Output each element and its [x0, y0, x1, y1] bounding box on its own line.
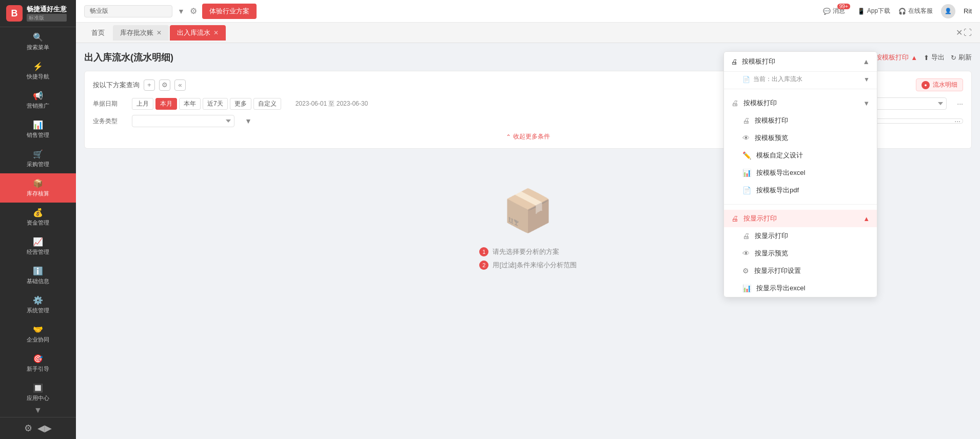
dropdown-item-display-export-excel[interactable]: 📊 按显示导出excel — [724, 280, 877, 297]
message-badge: 99+ — [837, 4, 850, 9]
empty-illustration: 📦 — [502, 187, 554, 235]
sidebar-item-label: 快捷导航 — [27, 73, 49, 81]
sidebar-item-finance[interactable]: 💰 资金管理 — [0, 203, 76, 232]
refresh-label: 刷新 — [958, 53, 972, 62]
mobile-icon: 📱 — [857, 8, 865, 15]
dropdown-item-display-print[interactable]: 🖨 按显示打印 — [724, 227, 877, 245]
settings-bottom-button[interactable]: ⚙ — [24, 423, 32, 434]
message-action[interactable]: 💬 消息 99+ — [823, 7, 845, 15]
operations-icon: 📈 — [33, 237, 43, 247]
biz-type-dropdown-btn[interactable]: ▼ — [245, 117, 252, 125]
filter-add-button[interactable]: + — [144, 79, 155, 91]
tab-bar-close-button[interactable]: ✕ — [956, 28, 963, 37]
tab-bar-expand-button[interactable]: ⛶ — [964, 28, 972, 37]
template-print-section: 🖨 按模板打印 ▼ 🖨 按模板打印 👁 按模板预览 ✏️ 模板自定义设计 📊 按… — [724, 91, 877, 202]
sidebar-item-label: 搜索菜单 — [27, 44, 49, 51]
current-doc-label: 当前：出入库流水 — [753, 75, 802, 84]
date-btn-7days[interactable]: 近7天 — [203, 98, 228, 110]
date-btn-custom[interactable]: 自定义 — [253, 98, 281, 110]
user-avatar[interactable]: 👤 — [941, 4, 955, 18]
template-print-section-header[interactable]: 🖨 按模板打印 ▼ — [724, 94, 877, 112]
app-download-label: App下载 — [867, 7, 890, 15]
template-export-pdf-label: 按模板导出pdf — [756, 186, 799, 195]
tab-flow[interactable]: 出入库流水 ✕ — [170, 25, 226, 41]
app-download-action[interactable]: 📱 App下载 — [857, 7, 890, 15]
sidebar-item-sales[interactable]: 📊 销售管理 — [0, 115, 76, 144]
warehouse-more-btn[interactable]: ··· — [954, 117, 961, 125]
collab-icon: 🤝 — [33, 325, 43, 334]
dropdown-item-display-export-pdf[interactable]: 📄 按显示导出pdf — [724, 297, 877, 297]
dropdown-chevron-up[interactable]: ▲ — [863, 57, 870, 66]
scroll-down-button[interactable]: ▼ — [34, 406, 42, 415]
template-print-section-icon: 🖨 — [731, 99, 738, 107]
sidebar-item-guide[interactable]: 🎯 新手引导 — [0, 349, 76, 378]
tab-batch-account[interactable]: 库存批次账 ✕ — [113, 25, 169, 41]
flow-icon: ● — [922, 81, 930, 89]
sidebar-item-label: 企业协同 — [27, 336, 49, 344]
date-btn-last-month[interactable]: 上月 — [132, 98, 153, 110]
date-range-display: 2023-06-01 至 2023-06-30 — [296, 99, 368, 108]
flow-tag: ● 流水明细 — [916, 78, 963, 91]
dropdown-item-display-print-settings[interactable]: ⚙ 按显示打印设置 — [724, 262, 877, 280]
date-btn-more[interactable]: 更多 — [230, 98, 251, 110]
export-button[interactable]: ⬆ 导出 — [924, 53, 945, 62]
logo-text: 畅捷通好生意 标准版 — [27, 5, 67, 22]
sidebar-item-search[interactable]: 🔍 搜索菜单 — [0, 27, 76, 56]
sidebar-item-marketing[interactable]: 📢 营销推广 — [0, 86, 76, 115]
dropdown-item-template-export-pdf[interactable]: 📄 按模板导出pdf — [724, 182, 877, 199]
tab-batch-account-close[interactable]: ✕ — [156, 29, 162, 36]
online-service-action[interactable]: 🎧 在线客服 — [898, 7, 933, 15]
dropdown-header: 🖨 按模板打印 ▲ — [724, 52, 877, 72]
tab-home[interactable]: 首页 — [84, 25, 112, 41]
sidebar-item-label: 资金管理 — [27, 219, 49, 227]
refresh-button[interactable]: ↻ 刷新 — [951, 53, 972, 62]
template-section-chevron[interactable]: ▼ — [863, 99, 870, 107]
tab-bar: 首页 库存批次账 ✕ 出入库流水 ✕ ✕ ⛶ — [76, 23, 980, 43]
tab-flow-close[interactable]: ✕ — [213, 29, 219, 36]
collapse-sidebar-button[interactable]: ◀▶ — [37, 423, 52, 434]
filter-settings-button[interactable]: ⚙ — [159, 79, 170, 91]
date-btn-this-month[interactable]: 本月 — [155, 98, 177, 110]
sidebar-item-collab[interactable]: 🤝 企业协同 — [0, 320, 76, 349]
template-print-icon: 🖨 — [742, 116, 750, 125]
sidebar-item-purchase[interactable]: 🛒 采购管理 — [0, 144, 76, 173]
display-print-icon: 🖨 — [742, 232, 750, 240]
collapse-filter-button[interactable]: ⌃ 收起更多条件 — [506, 132, 550, 141]
current-chevron-down[interactable]: ▼ — [864, 76, 870, 83]
sidebar-item-system[interactable]: ⚙️ 系统管理 — [0, 290, 76, 320]
dropdown-item-template-custom[interactable]: ✏️ 模板自定义设计 — [724, 147, 877, 164]
step-2-number: 2 — [479, 261, 488, 270]
tab-flow-label: 出入库流水 — [177, 28, 210, 37]
logo-icon: B — [6, 5, 23, 22]
search-nav-icon: 🔍 — [33, 32, 43, 42]
template-print-section-label: 按模板打印 — [743, 98, 777, 108]
dropdown-item-template-export-excel[interactable]: 📊 按模板导出excel — [724, 164, 877, 182]
sidebar-item-quick-nav[interactable]: ⚡ 快捷导航 — [0, 56, 76, 86]
sidebar-item-label: 应用中心 — [27, 394, 49, 402]
template-custom-icon: ✏️ — [742, 151, 751, 159]
date-btn-this-year[interactable]: 本年 — [179, 98, 201, 110]
filter-collapse-button[interactable]: « — [174, 79, 186, 91]
sidebar-item-inventory[interactable]: 📦 库存核算 — [0, 173, 76, 203]
dropdown-item-display-preview[interactable]: 👁 按显示预览 — [724, 245, 877, 262]
flow-tag-label: 流水明细 — [933, 81, 957, 89]
sidebar-item-basic-info[interactable]: ℹ️ 基础信息 — [0, 261, 76, 290]
header-settings-button[interactable]: ⚙ — [190, 6, 197, 16]
brand-name: 畅捷通好生意 — [27, 5, 67, 14]
step-2-text: 用[过滤]条件来缩小分析范围 — [493, 258, 576, 272]
print-dropdown-panel: 🖨 按模板打印 ▲ 📄 当前：出入库流水 ▼ 🖨 按模板打印 ▼ 🖨 按模板打印… — [723, 51, 877, 297]
dropdown-item-template-preview[interactable]: 👁 按模板预览 — [724, 129, 877, 147]
dropdown-item-template-print[interactable]: 🖨 按模板打印 — [724, 112, 877, 129]
user-name: Rit — [964, 7, 972, 15]
header-dropdown-button[interactable]: ▼ — [178, 7, 185, 15]
sidebar-item-operations[interactable]: 📈 经营管理 — [0, 232, 76, 261]
sidebar-item-app-center[interactable]: 🔲 应用中心 — [0, 378, 76, 404]
header-search-input[interactable] — [84, 5, 172, 17]
doc-type-more-button[interactable]: ··· — [957, 99, 963, 108]
sidebar-scroll-down[interactable]: ▼ — [0, 404, 76, 417]
industry-solution-button[interactable]: 体验行业方案 — [202, 4, 257, 19]
display-print-section-header[interactable]: 🖨 按显示打印 ▲ — [724, 210, 877, 227]
biz-type-select[interactable] — [132, 115, 234, 127]
display-section-chevron[interactable]: ▲ — [863, 215, 870, 223]
chevron-up-icon: ⌃ — [506, 133, 511, 141]
